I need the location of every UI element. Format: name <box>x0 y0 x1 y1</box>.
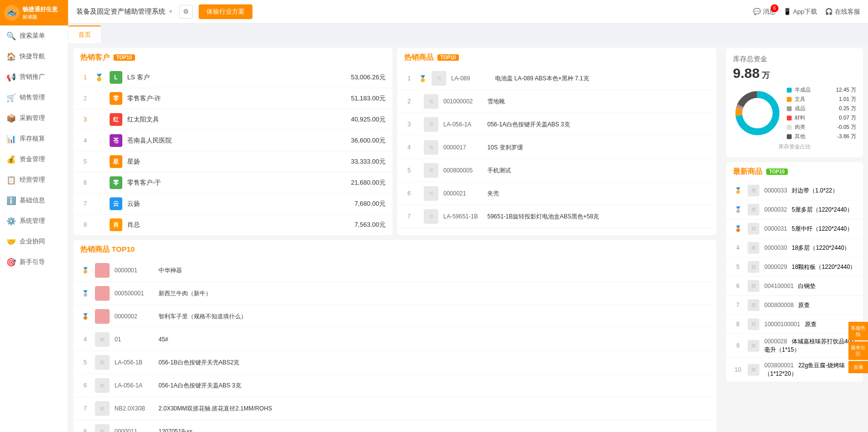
new-product-row: 6 图 004100001 白钢垫 <box>726 277 863 296</box>
legend-item: 材料 0.07 万 <box>787 114 856 121</box>
product-name: 056-1A白色按键开关盖ABS 3克 <box>159 382 709 390</box>
float-button-服务社区[interactable]: 服务社区 <box>848 341 868 360</box>
customer-amount: 40,925.00元 <box>351 115 386 124</box>
online-service-item[interactable]: 🎧 在线客服 <box>825 7 860 16</box>
new-product-row: 🥇 图 0000033 封边带（1.0*22） <box>726 181 863 200</box>
customer-avatar: 云 <box>110 197 122 210</box>
float-button-直播[interactable]: 直播 <box>848 361 868 373</box>
hot-products-right-table: 1 🥇 图 LA-089 电池盖 LA-089 ABS本色+黑种 7.1克 2 … <box>397 67 716 228</box>
rank-number: 7 <box>80 200 90 207</box>
rank-number: 1 <box>404 75 414 82</box>
product-image: 图 <box>748 364 759 376</box>
product-image: 图 <box>95 355 110 370</box>
customer-rank-row: 6 零 零售客户-于 21,680.00元 <box>73 172 392 193</box>
nav-item-基础信息[interactable]: ℹ️ 基础信息 <box>0 190 68 211</box>
nav-icon: ⚙️ <box>7 216 16 225</box>
rank-number: 6 <box>733 283 743 289</box>
nav-item-系统管理[interactable]: ⚙️ 系统管理 <box>0 211 68 231</box>
customer-name: 肖总 <box>127 220 349 229</box>
logo[interactable]: 🐟 畅捷通好生意 标准版 <box>0 0 68 25</box>
rank-number: 9 <box>733 342 743 349</box>
legend-value: 1.01 万 <box>839 96 856 103</box>
product-image: 图 <box>748 340 759 352</box>
rank-number: 5 <box>80 359 90 366</box>
product-image: 图 <box>424 186 438 201</box>
settings-icon[interactable]: ⚙ <box>179 5 193 19</box>
product-name: 45# <box>159 336 709 343</box>
rank-number: 4 <box>733 244 743 251</box>
nav-label: 搜索菜单 <box>20 31 45 40</box>
rank-number: 🥇 <box>733 187 743 194</box>
customer-amount: 7,563.00元 <box>354 220 386 229</box>
rank-number: 4 <box>80 336 90 343</box>
rank-number: 6 <box>80 382 90 389</box>
nav-item-新手引导[interactable]: 🎯 新手引导 <box>0 252 68 272</box>
headset-icon: 🎧 <box>825 8 833 15</box>
hot-products-panel: 热销商品 TOP10 🥇 0000001 中华神器 🥈 000500001 新西… <box>73 240 716 432</box>
new-product-row: 9 图 0000028 体城嘉枝味苏打饮品400毫升（1*15） <box>726 334 863 358</box>
app-version: 标准版 <box>23 14 58 21</box>
customer-avatar: 苍 <box>110 134 122 147</box>
rank-number: 🥉 <box>733 225 743 232</box>
nav-item-资金管理[interactable]: 💰 资金管理 <box>0 149 68 169</box>
legend-label: 肉类 <box>795 123 834 131</box>
hot-products-right-badge: TOP10 <box>437 54 459 61</box>
product-name: 夹壳 <box>487 190 709 198</box>
nav-icon: 🤝 <box>7 237 16 246</box>
product-image <box>95 263 110 278</box>
nav-item-快捷导航[interactable]: 🏠 快捷导航 <box>0 46 68 67</box>
sidebar: 🐟 畅捷通好生意 标准版 🔍 搜索菜单🏠 快捷导航📢 营销推广🛒 销售管理📦 采… <box>0 0 69 432</box>
customer-amount: 7,680.00元 <box>354 199 386 208</box>
product-image: 图 <box>748 185 759 196</box>
chevron-down-icon[interactable]: ▼ <box>168 9 173 14</box>
customer-name: 零售客户-许 <box>127 94 346 103</box>
nav-label: 库存核算 <box>20 134 45 143</box>
rank-number: 4 <box>80 137 90 144</box>
nav-item-营销推广[interactable]: 📢 营销推广 <box>0 67 68 87</box>
legend-dot <box>787 125 792 130</box>
trial-button[interactable]: 体验行业方案 <box>199 4 252 19</box>
rank-medal-icon: 🥇 <box>419 75 427 82</box>
legend-value: -3.86 万 <box>837 133 856 140</box>
nav-item-销售管理[interactable]: 🛒 销售管理 <box>0 87 68 108</box>
customer-amount: 53,006.26元 <box>351 73 386 82</box>
product-code: 0000017 <box>443 144 482 151</box>
topbar: 装备及固定资产辅助管理系统 ▼ ⚙ 体验行业方案 💬 消息 6 📱 App下载 … <box>69 0 868 24</box>
product-code: LA-59651-1B <box>443 213 482 220</box>
nav-item-库存核算[interactable]: 📊 库存核算 <box>0 128 68 149</box>
product-code: 000800005 <box>443 167 482 174</box>
product-image: 图 <box>748 318 759 330</box>
nav-label: 快捷导航 <box>20 52 45 61</box>
product-image: 图 <box>748 223 759 235</box>
legend-value: 0.25 万 <box>839 105 856 112</box>
rank-number: 10 <box>733 366 743 373</box>
message-icon-container[interactable]: 💬 消息 6 <box>753 7 776 16</box>
nav-item-搜索菜单[interactable]: 🔍 搜索菜单 <box>0 25 68 46</box>
tab-home[interactable]: 首页 <box>69 25 101 43</box>
customer-name: 星扬 <box>127 157 346 166</box>
customer-amount: 33,333.00元 <box>351 157 386 166</box>
legend-dot <box>787 134 792 139</box>
customer-rank-row: 3 红 红太阳文具 40,925.00元 <box>73 109 392 130</box>
legend-label: 成品 <box>795 105 836 112</box>
float-button-客服热线[interactable]: 客服热线 <box>848 322 868 340</box>
product-code: LA-056-1B <box>114 359 154 366</box>
hot-product-right-row: 7 图 LA-59651-1B 59651-1B旋转投影灯电池盒ABS黑色+58… <box>397 205 716 228</box>
nav-label: 基础信息 <box>20 196 45 205</box>
nav-label: 经营管理 <box>20 175 45 184</box>
customer-rank-table: 1 🥇 L LS 客户 53,006.26元 2 零 零售客户-许 51,183… <box>73 67 392 235</box>
new-product-name: 封边带（1.0*22） <box>792 187 838 194</box>
new-product-row: 10 图 003800001 22g鱼豆腐-烧烤味（1*12*20） <box>726 358 863 382</box>
product-name: 056-1A白色按键开关盖ABS 3克 <box>487 120 709 129</box>
nav-item-采购管理[interactable]: 📦 采购管理 <box>0 108 68 128</box>
nav-item-经营管理[interactable]: 📋 经营管理 <box>0 169 68 190</box>
legend-label: 材料 <box>795 114 836 121</box>
nav-label: 新手引导 <box>20 258 45 266</box>
hot-product-right-row: 6 图 0000021 夹壳 <box>397 182 716 205</box>
product-code: 0000001 <box>114 267 154 274</box>
customer-rank-row: 1 🥇 L LS 客户 53,006.26元 <box>73 67 392 88</box>
app-download-item[interactable]: 📱 App下载 <box>783 7 817 16</box>
customer-name: 云扬 <box>127 199 349 208</box>
mobile-icon: 📱 <box>783 8 791 15</box>
nav-item-企业协同[interactable]: 🤝 企业协同 <box>0 231 68 252</box>
